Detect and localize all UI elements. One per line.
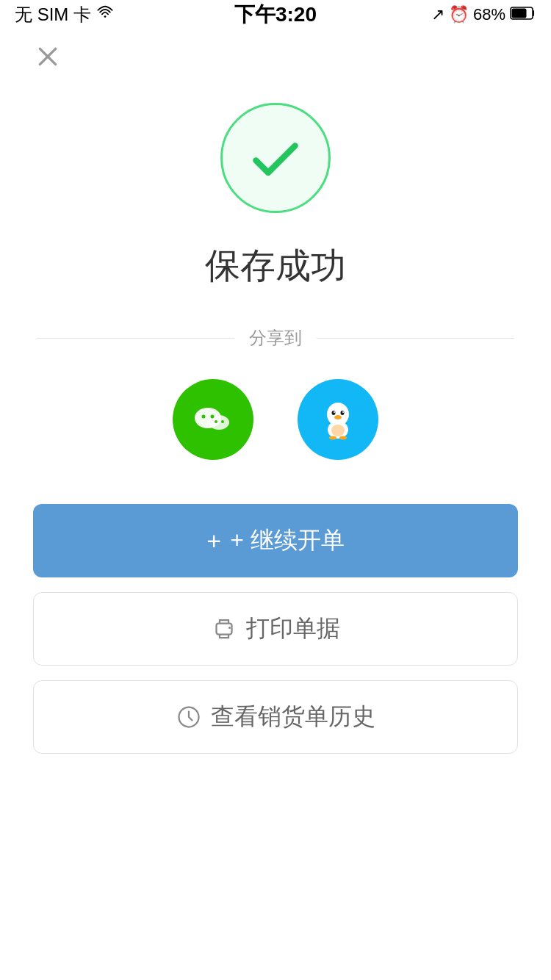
print-label: 打印单据 [246, 613, 340, 645]
wechat-share-button[interactable] [173, 379, 253, 460]
continue-order-button[interactable]: + + 继续开单 [33, 504, 518, 577]
svg-point-0 [104, 15, 107, 18]
continue-icon: + [206, 527, 221, 555]
history-button[interactable]: 查看销货单历史 [33, 680, 518, 754]
status-time: 下午3:20 [234, 1, 317, 29]
divider-line-left [37, 338, 234, 339]
svg-point-8 [210, 414, 214, 418]
svg-point-16 [334, 415, 342, 419]
share-label: 分享到 [234, 326, 317, 350]
qq-share-button[interactable] [298, 379, 378, 460]
continue-label: + 继续开单 [230, 525, 345, 557]
battery-icon [510, 5, 536, 24]
svg-rect-2 [512, 9, 527, 18]
svg-point-13 [340, 411, 344, 415]
svg-point-20 [339, 436, 347, 439]
action-buttons: + + 继续开单 打印单据 查看销货单历史 [33, 504, 518, 754]
share-icons [173, 379, 378, 460]
status-left: 无 SIM 卡 [15, 3, 113, 26]
svg-point-14 [334, 411, 335, 413]
battery-percent: 68% [473, 5, 505, 24]
svg-point-15 [342, 411, 344, 413]
location-icon: ↗ [431, 5, 444, 24]
svg-point-19 [329, 436, 336, 439]
svg-point-9 [215, 420, 217, 423]
svg-point-18 [331, 425, 345, 436]
close-button[interactable] [29, 38, 66, 75]
svg-rect-21 [217, 624, 232, 635]
svg-point-12 [331, 411, 335, 415]
wifi-icon [97, 4, 113, 25]
success-icon-circle [220, 103, 331, 213]
svg-point-7 [201, 414, 205, 418]
svg-point-10 [221, 420, 224, 423]
print-button[interactable]: 打印单据 [33, 592, 518, 666]
history-label: 查看销货单历史 [211, 701, 375, 733]
svg-point-22 [228, 627, 231, 629]
success-title: 保存成功 [205, 242, 346, 289]
main-content: 保存成功 分享到 [0, 29, 551, 754]
sim-text: 无 SIM 卡 [15, 3, 91, 26]
divider-line-right [317, 338, 514, 339]
share-divider: 分享到 [0, 326, 551, 350]
status-right: ↗ ⏰ 68% [431, 5, 536, 24]
status-bar: 无 SIM 卡 下午3:20 ↗ ⏰ 68% [0, 0, 551, 29]
alarm-icon: ⏰ [449, 5, 469, 24]
